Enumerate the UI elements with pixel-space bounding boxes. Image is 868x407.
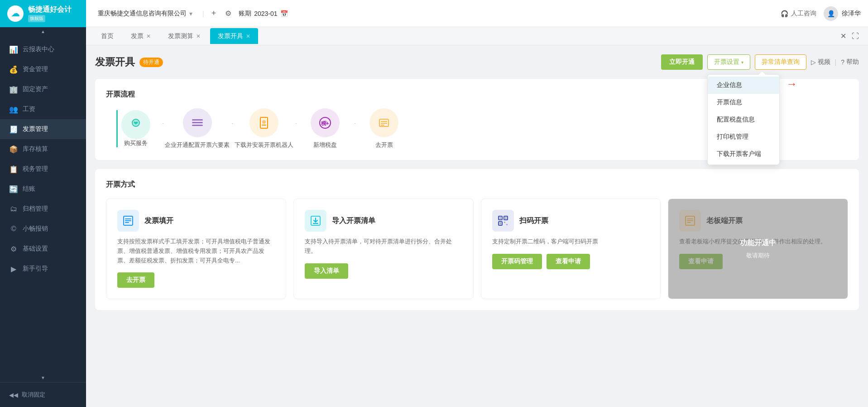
tab-invoice-calc[interactable]: 发票测算 ✕ xyxy=(160,28,208,44)
dropdown-arrow xyxy=(758,71,766,75)
payroll-icon: 👥 xyxy=(9,105,18,114)
svg-rect-26 xyxy=(499,217,501,219)
invoice-settings-button[interactable]: 开票设置 ▾ xyxy=(707,54,750,70)
page-header: 发票开具 待开通 立即开通 开票设置 ▾ 企业信息 xyxy=(95,54,859,70)
company-info-label: 企业信息 xyxy=(717,81,742,88)
sidebar-label-inventory: 库存核算 xyxy=(23,145,48,153)
tax-mgmt-icon: 📋 xyxy=(9,165,18,174)
svg-rect-4 xyxy=(192,122,203,123)
dropdown-item-tax-config[interactable]: 配置税盘信息 xyxy=(708,111,779,128)
import-invoice-icon xyxy=(305,210,326,232)
abnormal-query-button[interactable]: 异常清单查询 xyxy=(755,54,806,70)
method-boss-invoice: 老板端开票 查看老板端小程序提交的开票申请，并作出相应的处理。 查看申请 功能开… xyxy=(668,199,848,299)
sidebar-item-cloud-report[interactable]: 📊 云报表中心 xyxy=(0,39,86,59)
svg-rect-3 xyxy=(192,119,203,121)
sidebar-item-invoice-mgmt[interactable]: 🧾 发票管理 xyxy=(0,119,86,139)
tax-config-label: 配置税盘信息 xyxy=(717,116,755,123)
user-info[interactable]: 👤 徐泽华 xyxy=(824,6,861,21)
sidebar-item-fund-mgmt[interactable]: 💰 资金管理 xyxy=(0,59,86,79)
company-selector[interactable]: 重庆畅捷交通信息咨询有限公司 ▾ xyxy=(93,7,197,20)
abnormal-query-label: 异常清单查询 xyxy=(762,58,800,66)
period-label: 账期 xyxy=(239,10,251,18)
red-arrow: → xyxy=(786,78,797,90)
topbar-divider-1: | xyxy=(202,10,204,17)
close-window-button[interactable]: ✕ xyxy=(839,30,848,42)
sidebar-item-tax-mgmt[interactable]: 📋 税务管理 xyxy=(0,159,86,179)
cloud-report-icon: 📊 xyxy=(9,45,18,54)
sidebar-item-fixed-assets[interactable]: 🏢 固定资产 xyxy=(0,79,86,99)
tab-invoice-calc-close[interactable]: ✕ xyxy=(196,33,201,39)
connector-3: ··· xyxy=(295,121,296,137)
method-import-invoice: 导入开票清单 支持导入待开票清单，可对待开票清单进行拆分、合并处理。 导入清单 xyxy=(293,199,474,299)
svg-rect-14 xyxy=(381,123,387,124)
svg-text:税+: 税+ xyxy=(321,121,329,126)
dropdown-item-download-client[interactable]: 下载开票客户端 xyxy=(708,145,779,163)
scan-invoice-title: 扫码开票 xyxy=(519,216,548,226)
scan-view-apply-button[interactable]: 查看申请 xyxy=(547,254,590,269)
dropdown-item-printer-mgmt[interactable]: 打印机管理 xyxy=(708,128,779,145)
svg-rect-29 xyxy=(504,222,505,223)
sidebar-item-settlement[interactable]: 🔄 结账 xyxy=(0,179,86,199)
logo-icon: ☁ xyxy=(7,5,24,22)
sidebar-item-guide[interactable]: ▶ 新手引导 xyxy=(0,259,86,279)
settings-button[interactable]: ⚙ xyxy=(223,7,233,19)
process-step-download: 下载并安装开票机器人 xyxy=(235,108,293,149)
method-scan-invoice: 扫码开票 支持定制开票二维码，客户端可扫码开票 开票码管理 查看申请 xyxy=(481,199,661,299)
boss-invoice-overlay: 功能开通中 敬请期待 xyxy=(668,199,848,299)
tabbar: 首页 发票 ✕ 发票测算 ✕ 发票开具 ✕ ✕ ⛶ xyxy=(86,27,868,45)
scroll-up-arrow[interactable]: ▲ xyxy=(0,27,86,36)
connector-2: ··· xyxy=(231,121,232,137)
fill-invoice-button[interactable]: 去开票 xyxy=(117,272,154,288)
svg-rect-15 xyxy=(381,125,384,126)
cancel-pin-item[interactable]: ◀◀ 取消固定 xyxy=(9,387,77,402)
maximize-window-button[interactable]: ⛶ xyxy=(850,30,861,42)
dropdown-item-company-info[interactable]: 企业信息 xyxy=(708,77,779,94)
settlement-icon: 🔄 xyxy=(9,184,18,194)
fixed-assets-icon: 🏢 xyxy=(9,85,18,94)
add-company-button[interactable]: + xyxy=(210,7,218,20)
import-invoice-title: 导入开票清单 xyxy=(332,216,375,226)
page-title: 发票开具 xyxy=(95,55,135,69)
methods-grid: 发票填开 支持按照发票样式手工填开发票；可开具增值税电子普通发票、增值税普通发票… xyxy=(106,199,848,299)
svg-rect-27 xyxy=(499,223,501,224)
tab-home[interactable]: 首页 xyxy=(93,28,121,44)
topbar: 重庆畅捷交通信息咨询有限公司 ▾ | + ⚙ 账期 2023-01 📅 🎧 人工… xyxy=(86,0,868,27)
sidebar-label-cloud-report: 云报表中心 xyxy=(23,45,54,53)
service-button[interactable]: 🎧 人工咨询 xyxy=(781,10,816,18)
sidebar-item-archive[interactable]: 🗂 归档管理 xyxy=(0,199,86,219)
tab-invoice-issue-close[interactable]: ✕ xyxy=(246,33,250,39)
tax-disk-icon: 税+ xyxy=(311,108,340,137)
scan-qrcode-button[interactable]: 开票码管理 xyxy=(492,254,542,269)
dropdown-item-invoice-info[interactable]: 开票信息 xyxy=(708,94,779,111)
settings-chevron-icon: ▾ xyxy=(741,60,743,65)
help-button[interactable]: ? 帮助 xyxy=(841,58,859,66)
import-invoice-button[interactable]: 导入清单 xyxy=(305,263,348,279)
svg-rect-13 xyxy=(381,121,387,122)
sidebar-item-payroll[interactable]: 👥 工资 xyxy=(0,99,86,119)
svg-rect-5 xyxy=(192,125,203,126)
sidebar-label-fixed-assets: 固定资产 xyxy=(23,85,48,93)
overlay-sub: 敬请期待 xyxy=(746,252,770,260)
guide-icon: ▶ xyxy=(9,264,18,273)
activate-button[interactable]: 立即开通 xyxy=(661,54,703,70)
sidebar-item-basic-settings[interactable]: ⚙ 基础设置 xyxy=(0,239,86,259)
fill-invoice-desc: 支持按照发票样式手工填开发票；可开具增值税电子普通发票、增值税普通发票、增值税专… xyxy=(117,237,275,265)
logo-text-group: 畅捷通好会计 旗舰版 xyxy=(28,5,72,22)
scroll-down-arrow[interactable]: ▼ xyxy=(0,373,86,382)
process-step-buy-service: ❤ 购买服务 xyxy=(106,110,160,147)
sidebar-item-report-sales[interactable]: © 小畅报销 xyxy=(0,219,86,239)
svg-rect-8 xyxy=(262,125,266,126)
sidebar-label-guide: 新手引导 xyxy=(23,265,48,273)
sidebar-bottom: ◀◀ 取消固定 xyxy=(0,382,86,407)
download-label: 下载并安装开票机器人 xyxy=(235,141,293,149)
video-button[interactable]: ▷ 视频 xyxy=(811,58,830,66)
sidebar-label-fund-mgmt: 资金管理 xyxy=(23,65,48,73)
tab-invoice[interactable]: 发票 ✕ xyxy=(123,28,158,44)
sidebar-item-inventory[interactable]: 📦 库存核算 xyxy=(0,139,86,159)
tab-invoice-issue[interactable]: 发票开具 ✕ xyxy=(210,28,258,44)
scan-invoice-header: 扫码开票 xyxy=(492,210,650,232)
calendar-icon[interactable]: 📅 xyxy=(280,10,288,17)
invoice-mgmt-icon: 🧾 xyxy=(9,125,18,134)
tab-invoice-close[interactable]: ✕ xyxy=(146,33,151,39)
fill-invoice-title: 发票填开 xyxy=(144,216,173,226)
